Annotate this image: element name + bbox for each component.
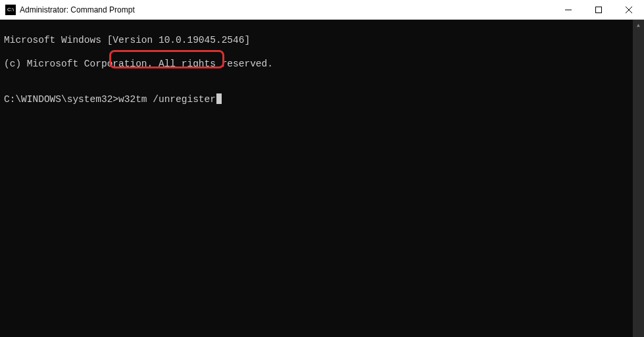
cmd-icon: C:\ <box>5 5 16 15</box>
close-button[interactable] <box>614 0 644 19</box>
minimize-button[interactable] <box>553 0 583 19</box>
text-cursor <box>216 93 222 104</box>
version-line: Microsoft Windows [Version 10.0.19045.25… <box>4 34 629 46</box>
window-title: Administrator: Command Prompt <box>20 5 553 14</box>
title-bar: C:\ Administrator: Command Prompt <box>0 0 644 20</box>
prompt-text: C:\WINDOWS\system32> <box>4 93 118 105</box>
scroll-up-arrow[interactable]: ▲ <box>633 20 644 31</box>
maximize-button[interactable] <box>583 0 614 19</box>
window-controls <box>553 0 644 19</box>
terminal-area[interactable]: Microsoft Windows [Version 10.0.19045.25… <box>0 20 633 337</box>
vertical-scrollbar[interactable]: ▲ <box>633 20 644 337</box>
prompt-line: C:\WINDOWS\system32>w32tm /unregister <box>4 93 629 105</box>
svg-rect-1 <box>596 7 602 13</box>
copyright-line: (c) Microsoft Corporation. All rights re… <box>4 58 629 70</box>
command-text: w32tm /unregister <box>118 93 216 105</box>
